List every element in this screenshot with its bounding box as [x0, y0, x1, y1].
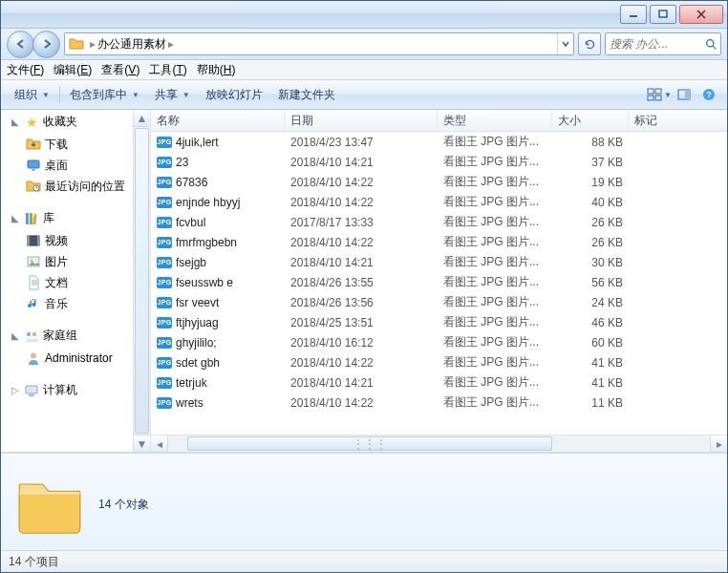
menu-tools[interactable]: 工具(T) — [149, 62, 186, 78]
breadcrumb-separator-icon: ▸ — [168, 37, 174, 51]
file-row[interactable]: JPGghyjililo;2018/4/10 16:12看图王 JPG 图片..… — [151, 332, 727, 352]
close-button[interactable] — [679, 5, 723, 24]
menu-edit[interactable]: 编辑(E) — [54, 62, 92, 78]
search-button[interactable] — [701, 38, 720, 51]
file-size: 41 KB — [552, 376, 629, 390]
svg-rect-11 — [28, 160, 39, 168]
collapse-icon: ◣ — [11, 330, 20, 341]
column-header-size[interactable]: 大小 — [552, 110, 629, 131]
organize-button[interactable]: 组织▼ — [7, 80, 57, 109]
file-date: 2018/4/10 16:12 — [285, 336, 438, 350]
breadcrumb-folder[interactable]: 办公通用素材 — [97, 36, 166, 53]
file-row[interactable]: JPGfcvbul2017/8/17 13:33看图王 JPG 图片...26 … — [151, 212, 727, 232]
forward-button[interactable] — [32, 31, 60, 58]
column-header-name[interactable]: 名称 — [151, 110, 285, 131]
sidebar-item-recent[interactable]: 最近访问的位置 — [1, 176, 134, 197]
libraries-icon — [24, 211, 39, 226]
scrollbar-thumb[interactable]: ⋮⋮⋮ — [187, 436, 552, 451]
file-type: 看图王 JPG 图片... — [438, 154, 552, 170]
sidebar-item-administrator[interactable]: Administrator — [1, 348, 134, 369]
scroll-left-icon[interactable]: ◂ — [151, 435, 168, 452]
file-row[interactable]: JPG4juik,lert2018/4/23 13:47看图王 JPG 图片..… — [151, 132, 727, 152]
sidebar-item-downloads[interactable]: 下载 — [1, 134, 134, 155]
nav-buttons — [7, 31, 60, 58]
slideshow-button[interactable]: 放映幻灯片 — [198, 80, 270, 109]
file-date: 2018/4/10 14:21 — [285, 256, 438, 269]
collapse-icon: ◣ — [11, 117, 20, 127]
scrollbar-thumb[interactable] — [135, 128, 149, 434]
minimize-button[interactable] — [620, 5, 647, 24]
new-folder-button[interactable]: 新建文件夹 — [270, 80, 343, 109]
file-type: 看图王 JPG 图片... — [438, 394, 552, 411]
details-count: 14 个对象 — [98, 497, 149, 513]
back-button[interactable] — [7, 31, 34, 58]
sidebar-item-documents[interactable]: 文档 — [1, 272, 134, 293]
sidebar-label: 下载 — [45, 137, 68, 153]
file-name: 4juik,lert — [176, 136, 219, 149]
file-row[interactable]: JPGfseusswb e2018/4/26 13:55看图王 JPG 图片..… — [151, 272, 727, 292]
file-size: 60 KB — [552, 336, 629, 350]
sidebar-item-pictures[interactable]: 图片 — [1, 251, 134, 272]
chevron-down-icon: ▼ — [182, 91, 190, 99]
menu-help[interactable]: 帮助(H) — [197, 62, 236, 78]
collapse-icon: ◣ — [11, 213, 20, 223]
sidebar-item-music[interactable]: 音乐 — [1, 293, 134, 314]
file-row[interactable]: JPGfsr veevt2018/4/26 13:56看图王 JPG 图片...… — [151, 292, 727, 312]
file-row[interactable]: JPGwrets2018/4/10 14:22看图王 JPG 图片...11 K… — [151, 393, 727, 413]
sidebar-label: Administrator — [45, 351, 113, 365]
search-box[interactable] — [605, 32, 721, 55]
file-size: 41 KB — [552, 356, 629, 370]
scrollbar-track[interactable]: ⋮⋮⋮ — [168, 435, 710, 452]
preview-pane-button[interactable] — [672, 84, 696, 105]
sidebar-item-videos[interactable]: 视频 — [1, 230, 134, 251]
svg-rect-8 — [685, 90, 690, 99]
file-size: 40 KB — [552, 196, 629, 209]
include-in-library-button[interactable]: 包含到库中▼ — [62, 80, 147, 109]
address-bar[interactable]: ▸ 办公通用素材 ▸ — [64, 32, 574, 55]
column-header-date[interactable]: 日期 — [285, 110, 438, 131]
sidebar-scrollbar[interactable]: ▲ ▼ — [133, 110, 150, 452]
svg-rect-18 — [28, 236, 30, 245]
user-icon — [26, 350, 41, 366]
change-view-button[interactable]: ▼ — [647, 84, 672, 105]
search-input[interactable] — [606, 37, 701, 51]
scroll-up-icon[interactable]: ▲ — [134, 110, 150, 127]
scroll-right-icon[interactable]: ▸ — [710, 435, 727, 452]
file-row[interactable]: JPGfmrfmgbebn2018/4/10 14:22看图王 JPG 图片..… — [151, 232, 727, 252]
address-history-dropdown[interactable] — [557, 33, 573, 54]
chevron-down-icon: ▼ — [42, 91, 50, 99]
file-row[interactable]: JPG678362018/4/10 14:22看图王 JPG 图片...19 K… — [151, 172, 727, 192]
status-bar: 14 个项目 — [1, 550, 727, 572]
file-row[interactable]: JPG232018/4/10 14:21看图王 JPG 图片...37 KB — [151, 152, 727, 172]
file-date: 2018/4/26 13:55 — [285, 276, 438, 289]
menu-file[interactable]: 文件(F) — [7, 62, 44, 78]
file-size: 56 KB — [552, 276, 629, 289]
help-button[interactable]: ? — [696, 84, 721, 105]
file-row[interactable]: JPGenjnde hbyyj2018/4/10 14:22看图王 JPG 图片… — [151, 192, 727, 212]
sidebar-group-computer[interactable]: ▷ 计算机 — [1, 378, 134, 402]
column-header-type[interactable]: 类型 — [438, 110, 552, 131]
title-bar — [1, 1, 727, 29]
sidebar-item-desktop[interactable]: 桌面 — [1, 155, 134, 176]
file-type: 看图王 JPG 图片... — [438, 194, 552, 210]
horizontal-scrollbar[interactable]: ◂ ⋮⋮⋮ ▸ — [151, 435, 727, 452]
file-row[interactable]: JPGftjhyjuag2018/4/25 13:51看图王 JPG 图片...… — [151, 312, 727, 332]
file-row[interactable]: JPGtetrjuk2018/4/10 14:21看图王 JPG 图片...41… — [151, 372, 727, 393]
large-folder-icon — [12, 468, 87, 542]
menu-view[interactable]: 查看(V) — [101, 62, 139, 78]
share-button[interactable]: 共享▼ — [147, 80, 198, 109]
jpg-icon: JPG — [157, 237, 172, 248]
file-type: 看图王 JPG 图片... — [438, 314, 552, 330]
maximize-button[interactable] — [650, 5, 676, 24]
file-rows: JPG4juik,lert2018/4/23 13:47看图王 JPG 图片..… — [151, 132, 727, 435]
file-size: 88 KB — [552, 136, 629, 149]
refresh-button[interactable] — [578, 32, 601, 55]
sidebar-group-homegroup[interactable]: ◣ 家庭组 — [1, 324, 134, 348]
scroll-down-icon[interactable]: ▼ — [134, 435, 150, 452]
file-name: ftjhyjuag — [176, 316, 219, 329]
file-row[interactable]: JPGsdet gbh2018/4/10 14:22看图王 JPG 图片...4… — [151, 352, 727, 372]
file-row[interactable]: JPGfsejgb2018/4/10 14:21看图王 JPG 图片...30 … — [151, 252, 727, 272]
sidebar-group-libraries[interactable]: ◣ 库 — [1, 206, 134, 230]
sidebar-group-favorites[interactable]: ◣ ★ 收藏夹 — [1, 110, 134, 134]
column-header-tags[interactable]: 标记 — [629, 110, 727, 131]
